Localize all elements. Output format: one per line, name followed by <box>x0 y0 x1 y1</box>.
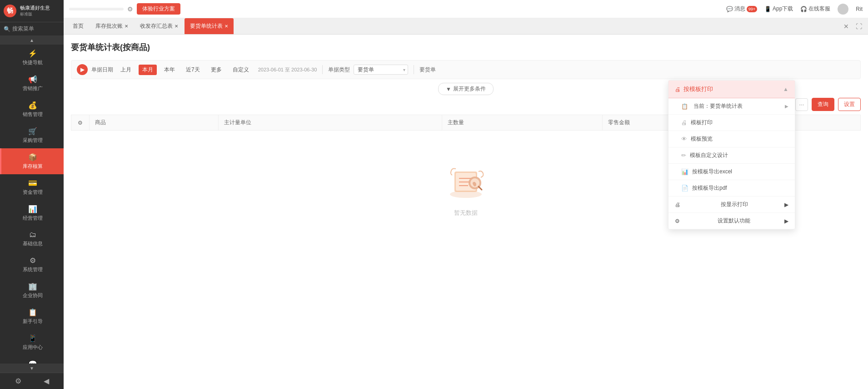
sidebar-item-label: 营销推广 <box>23 85 43 92</box>
print-export-excel[interactable]: 📊 按模板导出excel <box>668 164 795 180</box>
print-template-preview[interactable]: 👁 模板预览 <box>668 131 795 147</box>
sidebar-scroll-down[interactable]: ▼ <box>0 364 64 373</box>
tab-home[interactable]: 首页 <box>67 18 89 34</box>
app-logo: 畅 畅康通好生意 标准版 <box>0 0 64 22</box>
topbar-online-service[interactable]: 🎧 在线客服 <box>800 5 830 13</box>
type-select[interactable]: 要货单 <box>354 65 408 75</box>
search-label: 搜索菜单 <box>12 25 34 33</box>
filter-divider2 <box>414 65 414 74</box>
sidebar-item-marketing[interactable]: 📢 营销推广 <box>0 71 64 96</box>
expand-icon: ▼ <box>446 86 451 92</box>
set-default-icon: ⚙ <box>675 218 680 224</box>
export-pdf-label: 按模板导出pdf <box>692 184 727 192</box>
sidebar-item-label: 资金管理 <box>23 189 43 196</box>
sidebar-nav: ⚡ 快捷导航 📢 营销推广 💰 销售管理 🛒 采购管理 📦 库存核算 💳 资金管… <box>0 45 64 364</box>
sidebar-item-system[interactable]: ⚙ 系统管理 <box>0 252 64 278</box>
tab-receipt-summary-label: 收发存汇总表 <box>140 22 173 30</box>
tab-receipt-summary-close[interactable]: ✕ <box>175 24 178 29</box>
app-download-icon: 📱 <box>764 6 771 12</box>
tab-order-stats-label: 要货单统计表 <box>190 22 223 30</box>
sidebar: 畅 畅康通好生意 标准版 🔍 搜索菜单 ▲ ⚡ 快捷导航 📢 营销推广 💰 销售… <box>0 0 64 389</box>
tab-order-stats-close[interactable]: ✕ <box>224 24 228 29</box>
date-cur-month[interactable]: 本月 <box>139 65 157 75</box>
trial-btn[interactable]: 体验行业方案 <box>137 3 180 15</box>
sidebar-item-enterprise[interactable]: 🏢 企业协同 <box>0 278 64 303</box>
operations-icon: 📊 <box>28 205 37 213</box>
sidebar-item-inventory[interactable]: 📦 库存核算 <box>0 148 64 174</box>
tab-close-btn[interactable]: ✕ <box>841 21 852 32</box>
expand-label: 展开更多条件 <box>453 85 486 93</box>
expand-conditions-btn[interactable]: ▼ 展开更多条件 <box>438 83 494 95</box>
print-current-item[interactable]: 📋 当前：要货单统计表 ▶ <box>668 98 795 115</box>
tab-maximize-btn[interactable]: ⛶ <box>853 21 864 32</box>
more-actions-btn[interactable]: ··· <box>795 98 808 111</box>
date-7days[interactable]: 近7天 <box>182 65 204 75</box>
print-dropdown-chevron-up[interactable]: ▲ <box>783 86 788 92</box>
finance-icon: 💳 <box>28 179 37 187</box>
col-product: 商品 <box>90 115 219 131</box>
tab-inventory-batch-close[interactable]: ✕ <box>125 24 128 29</box>
sidebar-item-wechat[interactable]: 💬 企业微信 <box>0 355 64 364</box>
more-icon: ··· <box>799 101 804 108</box>
tab-receipt-summary[interactable]: 收发存汇总表 ✕ <box>135 18 184 34</box>
basic-icon: 🗂 <box>29 231 36 239</box>
display-print-icon: 🖨 <box>675 202 680 208</box>
print-dropdown-title-text: 按模板打印 <box>683 85 713 93</box>
tab-inventory-batch-label: 库存批次账 <box>95 22 123 30</box>
date-prev-month[interactable]: 上月 <box>117 65 135 75</box>
type-select-wrap: 要货单 <box>354 65 408 75</box>
topbar-right: 💬 消息 99+ 📱 App下载 🎧 在线客服 Rit <box>726 4 863 15</box>
display-print-label: 按显示打印 <box>721 201 748 208</box>
system-icon: ⚙ <box>30 256 36 265</box>
app-badge: 标准版 <box>20 11 50 17</box>
sidebar-item-label: 应用中心 <box>23 344 43 351</box>
settings-btn[interactable]: 设置 <box>838 98 861 111</box>
sidebar-scroll-up[interactable]: ▲ <box>0 35 64 45</box>
sidebar-item-app-center[interactable]: 📱 应用中心 <box>0 329 64 355</box>
col-settings[interactable]: ⚙ <box>71 115 90 131</box>
sidebar-item-basic[interactable]: 🗂 基础信息 <box>0 226 64 252</box>
print-template-print[interactable]: 🖨 模板打印 <box>668 115 795 131</box>
tab-inventory-batch[interactable]: 库存批次账 ✕ <box>90 18 134 34</box>
sidebar-item-purchase[interactable]: 🛒 采购管理 <box>0 122 64 148</box>
app-name: 畅康通好生意 <box>20 5 50 11</box>
topbar-gear-icon[interactable]: ⚙ <box>127 5 133 13</box>
sidebar-settings-icon[interactable]: ⚙ <box>15 377 21 385</box>
sidebar-collapse-icon[interactable]: ◀ <box>44 377 49 385</box>
service-label: 在线客服 <box>808 5 830 13</box>
export-excel-label: 按模板导出excel <box>692 168 732 176</box>
template-design-label: 模板自定义设计 <box>690 152 728 159</box>
main-area: ⚙ 体验行业方案 💬 消息 99+ 📱 App下载 🎧 在线客服 Rit 首页 <box>64 0 868 389</box>
print-set-default[interactable]: ⚙ 设置默认功能 ▶ <box>668 213 795 229</box>
purchase-icon: 🛒 <box>28 127 37 136</box>
filter-expand-toggle[interactable]: ▶ <box>77 64 88 75</box>
empty-icon <box>443 158 489 203</box>
sidebar-search[interactable]: 🔍 搜索菜单 <box>0 22 64 35</box>
date-custom[interactable]: 自定义 <box>229 65 253 75</box>
date-more[interactable]: 更多 <box>207 65 225 75</box>
sidebar-item-operations[interactable]: 📊 经营管理 <box>0 200 64 226</box>
quick-nav-icon: ⚡ <box>28 49 37 58</box>
app-center-icon: 📱 <box>28 334 37 343</box>
sidebar-item-finance[interactable]: 💳 资金管理 <box>0 174 64 200</box>
print-display-print[interactable]: 🖨 按显示打印 ▶ <box>668 197 795 213</box>
query-btn[interactable]: 查询 <box>812 98 834 111</box>
sidebar-item-sales[interactable]: 💰 销售管理 <box>0 96 64 122</box>
topbar-app-download[interactable]: 📱 App下载 <box>764 5 793 13</box>
type-filter-label: 单据类型 <box>328 66 350 74</box>
tab-order-stats[interactable]: 要货单统计表 ✕ <box>185 18 234 34</box>
sidebar-item-label: 销售管理 <box>23 111 43 118</box>
set-default-label: 设置默认功能 <box>718 217 750 225</box>
sidebar-item-label: 基础信息 <box>23 240 43 247</box>
sidebar-item-guide[interactable]: 📋 新手引导 <box>0 303 64 329</box>
guide-icon: 📋 <box>28 308 37 317</box>
date-cur-year[interactable]: 本年 <box>160 65 179 75</box>
inventory-icon: 📦 <box>28 153 37 162</box>
print-template-design[interactable]: ✏ 模板自定义设计 <box>668 147 795 164</box>
print-export-pdf[interactable]: 📄 按模板导出pdf <box>668 180 795 197</box>
sidebar-item-quick-nav[interactable]: ⚡ 快捷导航 <box>0 45 64 71</box>
sidebar-item-label: 经营管理 <box>23 215 43 222</box>
user-avatar[interactable] <box>838 4 848 15</box>
sidebar-item-label: 企业协同 <box>23 292 43 299</box>
topbar-message[interactable]: 💬 消息 99+ <box>726 5 757 13</box>
